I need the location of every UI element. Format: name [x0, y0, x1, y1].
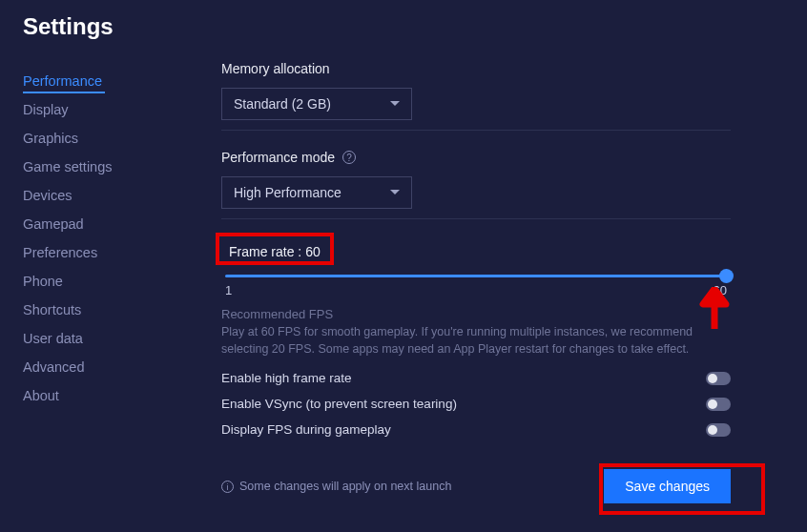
- divider: [221, 130, 731, 131]
- footer-note: i Some changes will apply on next launch: [221, 480, 451, 493]
- memory-allocation-select[interactable]: Standard (2 GB): [221, 88, 412, 120]
- memory-allocation-label: Memory allocation: [221, 61, 731, 76]
- sidebar-item-game-settings[interactable]: Game settings: [23, 153, 200, 181]
- slider-max: 60: [714, 283, 727, 297]
- chevron-down-icon: [390, 101, 400, 107]
- sidebar-item-advanced[interactable]: Advanced: [23, 353, 200, 381]
- toggle-vsync[interactable]: [706, 398, 731, 411]
- sidebar: Performance Display Graphics Game settin…: [0, 61, 200, 528]
- sidebar-item-performance[interactable]: Performance: [23, 67, 200, 95]
- frame-rate-slider-thumb[interactable]: [719, 269, 734, 283]
- sidebar-item-user-data[interactable]: User data: [23, 324, 200, 353]
- toggle-label-vsync: Enable VSync (to prevent screen tearing): [221, 397, 457, 411]
- sidebar-item-phone[interactable]: Phone: [23, 267, 200, 296]
- toggle-label-display-fps: Display FPS during gameplay: [221, 422, 391, 437]
- page-title: Settings: [0, 0, 807, 40]
- toggle-display-fps[interactable]: [706, 423, 731, 437]
- sidebar-item-preferences[interactable]: Preferences: [23, 238, 200, 267]
- sidebar-item-gamepad[interactable]: Gamepad: [23, 210, 200, 238]
- toggle-label-high-frame-rate: Enable high frame rate: [221, 371, 352, 385]
- info-icon: i: [221, 481, 234, 493]
- performance-mode-label: Performance mode ?: [221, 150, 731, 165]
- performance-mode-select[interactable]: High Performance: [221, 176, 412, 209]
- frame-rate-slider[interactable]: [225, 275, 727, 277]
- sidebar-item-shortcuts[interactable]: Shortcuts: [23, 296, 200, 324]
- recommended-fps-body: Play at 60 FPS for smooth gameplay. If y…: [221, 323, 731, 358]
- sidebar-item-display[interactable]: Display: [23, 95, 200, 124]
- help-icon[interactable]: ?: [342, 151, 356, 164]
- sidebar-item-devices[interactable]: Devices: [23, 181, 200, 210]
- toggle-high-frame-rate[interactable]: [706, 372, 731, 385]
- sidebar-item-about[interactable]: About: [23, 381, 200, 410]
- sidebar-item-graphics[interactable]: Graphics: [23, 124, 200, 153]
- memory-allocation-value: Standard (2 GB): [234, 96, 331, 112]
- divider: [221, 218, 731, 219]
- recommended-fps-title: Recommended FPS: [221, 307, 731, 321]
- main-panel: Memory allocation Standard (2 GB) Perfor…: [200, 61, 807, 528]
- performance-mode-value: High Performance: [234, 185, 341, 200]
- chevron-down-icon: [390, 190, 400, 195]
- slider-min: 1: [225, 283, 232, 297]
- save-changes-button[interactable]: Save changes: [604, 469, 731, 503]
- frame-rate-label: Frame rate : 60: [221, 238, 328, 265]
